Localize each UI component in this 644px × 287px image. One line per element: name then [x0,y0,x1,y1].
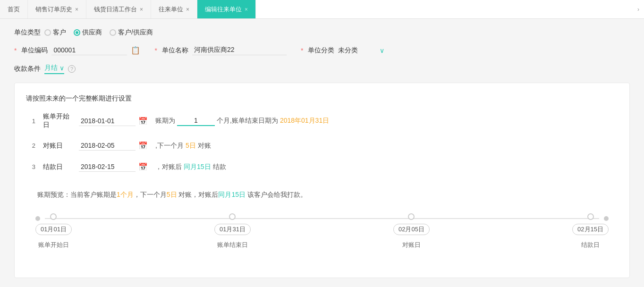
setting-row-2: 2 对账日 📅 ,下一个月 5日 对账 [26,141,618,151]
row-1-desc-after: 个月,账单结束日期为 [217,117,278,125]
radio-both-circle [110,29,116,36]
unit-name-input[interactable] [192,45,287,55]
timeline-label-2: 01月31日 [214,224,251,235]
unit-code-input[interactable] [51,45,127,55]
unit-code-label: 单位编码 [21,46,48,55]
timeline-label-3: 02月05日 [393,224,430,235]
row-1-highlight: 2018年01月31日 [280,117,329,125]
unit-type-label: 单位类型 [14,28,41,37]
unit-category-value: 未分类 [338,46,376,55]
tab-partner-close[interactable]: × [186,6,189,13]
row-3-date-input[interactable] [79,162,136,172]
unit-code-star: * [14,47,17,54]
row-2-date-wrap: 📅 [79,141,148,151]
timeline-circle-2 [229,213,236,220]
radio-customer[interactable]: 客户 [44,28,66,37]
radio-both-label: 客户/供应商 [118,28,153,37]
payment-value: 月结 [44,64,58,72]
settings-title: 请按照未来的一个完整帐期进行设置 [26,94,618,103]
row-2-type: 对账日 [43,142,71,150]
row-2-desc: ,下一个月 5日 对账 [155,142,211,150]
unit-name-label: 单位名称 [162,46,188,55]
radio-both[interactable]: 客户/供应商 [110,28,153,37]
tab-sales-label: 销售订单历史 [35,5,72,14]
timeline-name-2: 账单结束日 [217,241,248,249]
row-2-calendar-icon[interactable]: 📅 [138,141,148,150]
unit-info-row: * 单位编码 📋 * 单位名称 * 单位分类 未分类 ∨ [14,45,630,55]
setting-row-1: 1 账单开始日 📅 账期为 个月,账单结束日期为 2018年01月31日 [26,112,618,129]
radio-supplier-label: 供应商 [82,28,102,37]
timeline-point-2: 01月31日 账单结束日 [214,213,251,249]
tab-arrow[interactable]: › [633,0,644,18]
row-3-calendar-icon[interactable]: 📅 [138,162,148,171]
row-1-type: 账单开始日 [43,112,71,129]
row-2-num: 2 [26,142,35,149]
tab-bar: 首页 销售订单历史 × 钱货日清工作台 × 往来单位 × 编辑往来单位 × › [0,0,644,19]
unit-name-field: * 单位名称 [154,45,286,55]
payment-label: 收款条件 [14,65,41,73]
unit-code-icon[interactable]: 📋 [131,46,140,55]
radio-supplier[interactable]: 供应商 [74,28,102,37]
row-3-highlight: 同月15日 [184,163,211,171]
timeline-wrap: 01月01日 账单开始日 01月31日 账单结束日 02月05日 对账日 02月… [26,209,618,263]
timeline-name-4: 结款日 [581,241,600,249]
radio-customer-circle [44,29,51,36]
tab-home[interactable]: 首页 [0,0,28,18]
preview-part2-before: ，下一个月 [134,191,167,198]
setting-row-3: 3 结款日 📅 ，对账后 同月15日 结款 [26,162,618,172]
row-1-desc-before: 账期为 [155,117,175,125]
tab-edit-partner-close[interactable]: × [245,6,248,13]
timeline-label-4: 02月15日 [572,224,609,235]
timeline-name-3: 对账日 [402,241,421,249]
row-1-date-input[interactable] [79,116,136,126]
timeline-circle-4 [587,213,594,220]
row-3-desc-before: ，对账后 [155,163,182,171]
unit-category-label: 单位分类 [308,46,334,55]
unit-category-field: * 单位分类 未分类 ∨ [301,46,384,55]
unit-category-star: * [301,47,303,54]
row-3-desc-after: 结款 [213,163,226,171]
row-3-desc: ，对账后 同月15日 结款 [155,163,226,171]
row-2-date-input[interactable] [79,141,136,151]
preview-part4: 该客户会给我打款。 [246,191,307,198]
payment-arrow[interactable]: ∨ [59,64,64,72]
row-2-desc-after: 对账 [198,142,211,150]
preview-part1: 1个月 [117,191,134,198]
row-2-highlight: 5日 [186,142,196,150]
unit-type-row: 单位类型 客户 供应商 客户/供应商 [14,28,630,37]
unit-type-radio-group: 客户 供应商 客户/供应商 [44,28,153,37]
row-2-desc-before: ,下一个月 [155,142,184,150]
row-1-calendar-icon[interactable]: 📅 [138,117,148,126]
preview-part3-before: 对账，对账后 [177,191,219,198]
tab-home-label: 首页 [8,5,20,14]
row-1-desc: 账期为 个月,账单结束日期为 2018年01月31日 [155,116,329,126]
settings-box: 请按照未来的一个完整帐期进行设置 1 账单开始日 📅 账期为 个月,账单结束日期… [14,83,630,278]
tab-sales-order-history[interactable]: 销售订单历史 × [28,0,86,18]
tab-cash-close[interactable]: × [140,6,143,13]
row-1-period-input[interactable] [177,116,215,126]
unit-category-arrow[interactable]: ∨ [380,47,384,54]
payment-row: 收款条件 月结 ∨ ? [14,64,630,74]
main-content: 单位类型 客户 供应商 客户/供应商 * 单位编码 [0,19,644,287]
tab-edit-partner[interactable]: 编辑往来单位 × [197,0,256,18]
timeline-point-3: 02月05日 对账日 [393,213,430,249]
timeline-label-1: 01月01日 [35,224,72,235]
radio-customer-label: 客户 [53,28,66,37]
timeline-point-1: 01月01日 账单开始日 [35,213,72,249]
preview-part2: 5日 [167,191,177,198]
tab-edit-partner-label: 编辑往来单位 [205,5,242,14]
tab-sales-close[interactable]: × [75,6,78,13]
payment-help-icon[interactable]: ? [68,65,76,73]
timeline-point-4: 02月15日 结款日 [572,213,609,249]
unit-type-field: 单位类型 客户 供应商 客户/供应商 [14,28,153,37]
row-3-num: 3 [26,163,35,170]
timeline-points: 01月01日 账单开始日 01月31日 账单结束日 02月05日 对账日 02月… [35,213,609,249]
tab-cash-work[interactable]: 钱货日清工作台 × [86,0,151,18]
row-1-num: 1 [26,118,35,125]
preview-label: 账期预览：当前客户账期是 [37,191,117,198]
tab-partner[interactable]: 往来单位 × [151,0,197,18]
row-1-date-wrap: 📅 [79,116,148,126]
unit-name-star: * [154,47,157,54]
payment-dropdown[interactable]: 月结 ∨ [44,64,64,74]
timeline-circle-3 [408,213,415,220]
